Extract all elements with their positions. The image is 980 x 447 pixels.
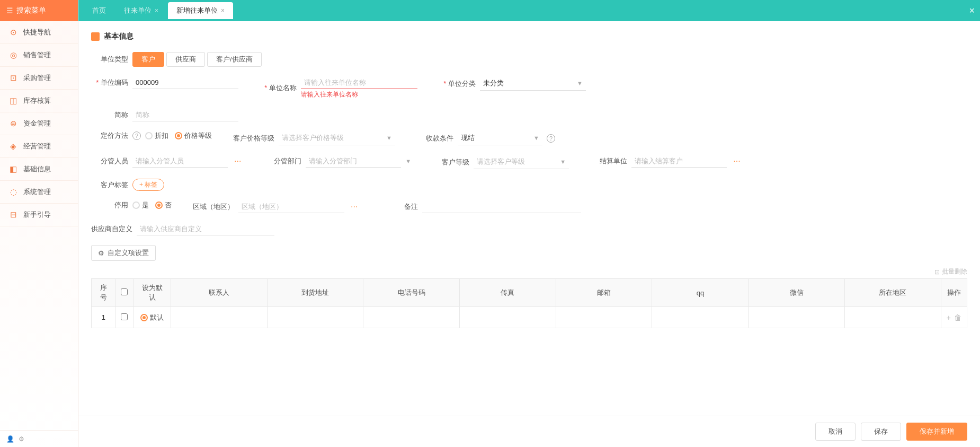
supplier-custom-row: 供应商自定义 [91, 223, 967, 235]
unit-name-input[interactable] [301, 76, 417, 89]
row-add-btn[interactable]: + [947, 313, 951, 322]
sidebar-item-sales-mgmt[interactable]: ◎ 销售管理 [0, 44, 78, 67]
custom-settings-button[interactable]: ⚙ 自定义项设置 [91, 245, 156, 261]
manager-row: 分管人员 ··· 分管部门 ▼ 客户等级 请选择客户等级 ▼ 结算单位 ··· [91, 155, 967, 169]
sales-icon: ◎ [8, 50, 18, 60]
row-default[interactable]: 默认 [133, 307, 171, 328]
sidebar-item-quick-nav[interactable]: ⊙ 快捷导航 [0, 21, 78, 44]
region-input[interactable] [238, 200, 344, 213]
sidebar-item-purchase-mgmt[interactable]: ⊡ 采购管理 [0, 67, 78, 90]
sidebar: ☰ 搜索菜单 ⊙ 快捷导航 ◎ 销售管理 ⊡ 采购管理 ◫ 库存核算 ⊜ 资金管… [0, 0, 78, 447]
manager-input[interactable] [132, 155, 228, 168]
section-title: 基本信息 [104, 32, 133, 41]
sidebar-item-guide[interactable]: ⊟ 新手引导 [0, 204, 78, 226]
type-btn-customer[interactable]: 客户 [132, 52, 164, 67]
col-checkbox[interactable] [115, 279, 133, 307]
supplier-custom-input[interactable] [137, 223, 274, 235]
sidebar-item-finance[interactable]: ⊜ 资金管理 [0, 112, 78, 135]
sidebar-item-sys-mgmt[interactable]: ◌ 系统管理 [0, 181, 78, 204]
sidebar-bottom: 👤 ⚙ [0, 431, 78, 447]
settlement-unit-input[interactable] [631, 155, 727, 168]
unit-category-select[interactable]: 未分类 ▼ [480, 76, 586, 91]
cancel-button[interactable]: 取消 [815, 423, 856, 441]
sidebar-item-label: 资金管理 [23, 119, 51, 128]
row-default-radio-label[interactable]: 默认 [140, 313, 164, 322]
row-qq-input[interactable] [657, 311, 743, 323]
row-delete-btn[interactable]: 🗑 [954, 313, 961, 322]
department-input[interactable] [306, 155, 401, 168]
sidebar-search[interactable]: ☰ 搜索菜单 [0, 0, 78, 21]
sidebar-item-label: 库存核算 [23, 96, 51, 106]
settings-icon[interactable]: ⚙ [19, 435, 24, 443]
batch-delete-label[interactable]: 批量删除 [942, 267, 967, 276]
row-contact-input[interactable] [176, 311, 262, 323]
unit-category-value: 未分类 [483, 78, 504, 88]
unit-type-label: 单位类型 [91, 55, 128, 64]
payment-help-icon[interactable]: ? [547, 134, 555, 143]
purchase-icon: ⊡ [8, 73, 18, 83]
payment-terms-arrow: ▼ [533, 135, 539, 141]
select-all-checkbox[interactable] [121, 288, 128, 295]
row-address[interactable] [267, 307, 363, 328]
pricing-radio-group: 折扣 价格等级 [145, 131, 212, 141]
search-icon: ☰ [6, 6, 13, 15]
row-wechat[interactable] [749, 307, 845, 328]
tab-home[interactable]: 首页 [84, 2, 114, 19]
row-contact[interactable] [171, 307, 268, 328]
unit-name-error-msg: 请输入往来单位名称 [301, 90, 417, 99]
row-email-input[interactable] [562, 311, 647, 323]
row-checkbox-cell[interactable] [115, 307, 133, 328]
pricing-row: 定价方法 ? 折扣 价格等级 客户价格等级 请选择客户价格等级 [91, 131, 967, 145]
customer-tag-label: 客户标签 [91, 180, 128, 190]
save-new-button[interactable]: 保存并新增 [906, 423, 967, 441]
pricing-level-radio [175, 132, 182, 139]
add-tag-button[interactable]: + 标签 [132, 179, 164, 191]
manager-more-btn[interactable]: ··· [232, 156, 243, 166]
row-region-input[interactable] [850, 311, 936, 323]
sidebar-item-operations[interactable]: ◈ 经营管理 [0, 135, 78, 158]
unit-code-input[interactable] [132, 76, 238, 89]
customer-price-level-select[interactable]: 请选择客户价格等级 ▼ [279, 131, 395, 145]
tab-new-partner-close[interactable]: × [221, 7, 225, 14]
save-button[interactable]: 保存 [861, 423, 901, 441]
operations-icon: ◈ [8, 142, 18, 151]
tab-partners[interactable]: 往来单位 × [115, 2, 167, 19]
tab-new-partner[interactable]: 新增往来单位 × [168, 2, 233, 19]
row-address-input[interactable] [273, 311, 358, 323]
row-phone-input[interactable] [369, 311, 454, 323]
remarks-input[interactable] [422, 200, 581, 213]
unit-category-group: 单位分类 未分类 ▼ [439, 76, 967, 91]
unit-code-label: 单位编码 [91, 78, 128, 87]
supplier-custom-group: 供应商自定义 [91, 223, 967, 235]
department-group: 分管部门 ▼ [264, 155, 411, 168]
pricing-level[interactable]: 价格等级 [175, 131, 212, 141]
row-email[interactable] [556, 307, 652, 328]
type-btn-both[interactable]: 客户/供应商 [207, 52, 262, 67]
tab-partners-close[interactable]: × [155, 7, 158, 14]
payment-terms-select[interactable]: 现结 ▼ [458, 131, 542, 145]
pricing-help-icon[interactable]: ? [132, 132, 141, 140]
disabled-no[interactable]: 否 [155, 200, 172, 210]
abbreviation-input[interactable] [132, 109, 238, 121]
row-checkbox[interactable] [121, 313, 128, 320]
row-region[interactable] [845, 307, 941, 328]
row-wechat-input[interactable] [754, 311, 839, 323]
sidebar-item-inventory[interactable]: ◫ 库存核算 [0, 90, 78, 112]
region-more-btn[interactable]: ··· [349, 202, 360, 212]
sidebar-item-basic-info[interactable]: ◧ 基础信息 [0, 158, 78, 181]
row-qq[interactable] [652, 307, 749, 328]
row-phone[interactable] [363, 307, 460, 328]
disabled-yes[interactable]: 是 [132, 200, 149, 210]
window-close-btn[interactable]: × [969, 6, 975, 15]
row-default-radio [140, 314, 148, 321]
unit-info-row: 单位编码 单位名称 请输入往来单位名称 单位分类 未分类 ▼ [91, 76, 967, 99]
row-fax[interactable] [460, 307, 556, 328]
pricing-discount[interactable]: 折扣 [145, 131, 168, 141]
settlement-unit-more-btn[interactable]: ··· [731, 156, 742, 166]
pricing-level-label: 价格等级 [184, 131, 212, 141]
customer-level-select[interactable]: 请选择客户等级 ▼ [474, 155, 569, 169]
type-btn-supplier[interactable]: 供应商 [166, 52, 205, 67]
unit-category-arrow: ▼ [577, 80, 583, 86]
row-fax-input[interactable] [465, 311, 550, 323]
unit-category-label: 单位分类 [439, 79, 476, 89]
